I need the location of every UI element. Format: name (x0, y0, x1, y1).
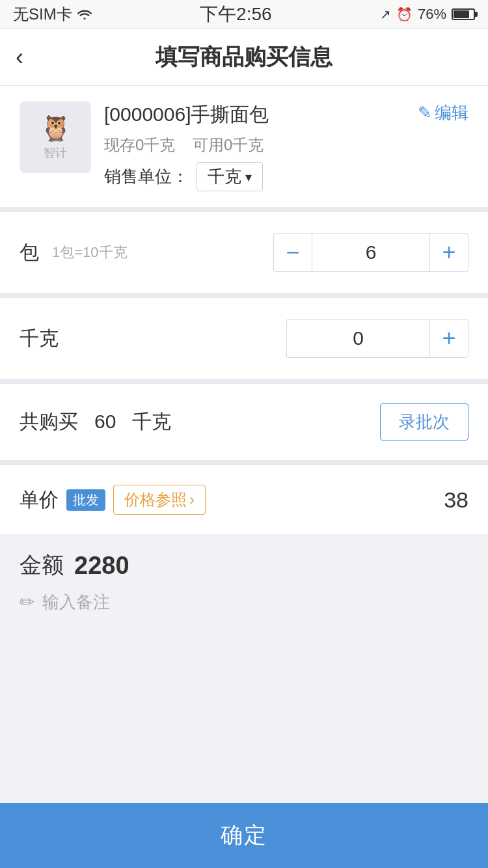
bao-input[interactable] (312, 233, 429, 272)
amount-value: 2280 (74, 552, 129, 580)
alarm-icon: ⏰ (396, 7, 413, 22)
batch-tag: 批发 (66, 489, 105, 511)
unit-prefix-label: 销售单位： (104, 165, 189, 188)
product-card: 🦉 智计 [0000006]手撕面包 ✎ 编辑 现存0千克 可用0千克 销售单位… (0, 86, 488, 212)
product-thumbnail: 🦉 智计 (20, 102, 91, 173)
summary-amount: 60 (94, 411, 116, 432)
price-ref-arrow: › (189, 491, 195, 509)
bao-label-text: 包 (20, 239, 39, 266)
wifi-icon (77, 5, 92, 23)
amount-row: 金额 2280 (20, 550, 468, 580)
kg-label-text: 千克 (20, 325, 59, 352)
available-label: 可用0千克 (193, 136, 264, 154)
summary-prefix: 共购买 (20, 411, 78, 432)
edit-button[interactable]: ✎ 编辑 (418, 102, 468, 124)
unit-dropdown-icon: ▾ (245, 169, 252, 185)
status-left: 无SIM卡 (13, 4, 92, 25)
bao-input-section: 包 1包=10千克 − + (0, 212, 488, 298)
summary-section: 共购买 60 千克 录批次 (0, 384, 488, 465)
carrier-label: 无SIM卡 (13, 4, 72, 25)
kg-input[interactable] (286, 319, 429, 358)
summary-unit: 千克 (132, 411, 171, 432)
product-name: [0000006]手撕面包 (104, 102, 269, 128)
nav-bar: ‹ 填写商品购买信息 (0, 29, 488, 86)
status-time: 下午2:56 (200, 2, 272, 27)
price-value: 38 (444, 487, 468, 513)
bao-input-row: 包 1包=10千克 − + (20, 212, 468, 293)
unit-value: 千克 (208, 165, 241, 188)
kg-input-row: 千克 + (20, 298, 468, 379)
battery-percent: 76% (418, 6, 446, 23)
price-ref-button[interactable]: 价格参照 › (113, 485, 206, 515)
price-label: 单价 (20, 487, 59, 513)
product-unit-row: 销售单位： 千克 ▾ (104, 162, 468, 191)
product-info: [0000006]手撕面包 ✎ 编辑 现存0千克 可用0千克 销售单位： 千克 … (104, 102, 468, 191)
remark-row[interactable]: ✏ 输入备注 (20, 591, 468, 627)
bao-qty-control: − + (273, 233, 468, 272)
amount-section: 金额 2280 ✏ 输入备注 (0, 535, 488, 627)
kg-input-section: 千克 + (0, 298, 488, 384)
kg-label: 千克 (20, 325, 59, 352)
product-thumb-icon: 🦉 (40, 114, 71, 142)
price-left: 单价 批发 价格参照 › (20, 485, 206, 515)
status-right: ↗ ⏰ 76% (380, 6, 475, 23)
edit-icon: ✎ (418, 103, 432, 123)
price-section: 单价 批发 价格参照 › 38 (0, 465, 488, 535)
kg-qty-control: + (286, 319, 468, 358)
product-stock: 现存0千克 可用0千克 (104, 135, 468, 156)
stock-label: 现存0千克 (104, 136, 175, 154)
bao-hint: 1包=10千克 (52, 243, 128, 262)
bao-minus-button[interactable]: − (273, 233, 312, 272)
summary-text: 共购买 60 千克 (20, 409, 171, 435)
remark-placeholder: 输入备注 (42, 591, 110, 614)
amount-label: 金额 (20, 550, 64, 580)
kg-plus-button[interactable]: + (429, 319, 468, 358)
pencil-icon: ✏ (20, 591, 34, 613)
price-ref-label: 价格参照 (124, 489, 187, 510)
location-icon: ↗ (380, 7, 391, 22)
status-bar: 无SIM卡 下午2:56 ↗ ⏰ 76% (0, 0, 488, 29)
thumb-label: 智计 (44, 145, 67, 161)
page-title: 填写商品购买信息 (156, 42, 332, 72)
battery-icon (452, 8, 475, 20)
bao-label: 包 1包=10千克 (20, 239, 128, 266)
content-area (0, 627, 488, 809)
confirm-button[interactable]: 确定 (0, 803, 488, 868)
unit-select[interactable]: 千克 ▾ (197, 162, 263, 191)
back-button[interactable]: ‹ (16, 44, 23, 71)
bao-plus-button[interactable]: + (429, 233, 468, 272)
batch-button[interactable]: 录批次 (380, 403, 468, 441)
